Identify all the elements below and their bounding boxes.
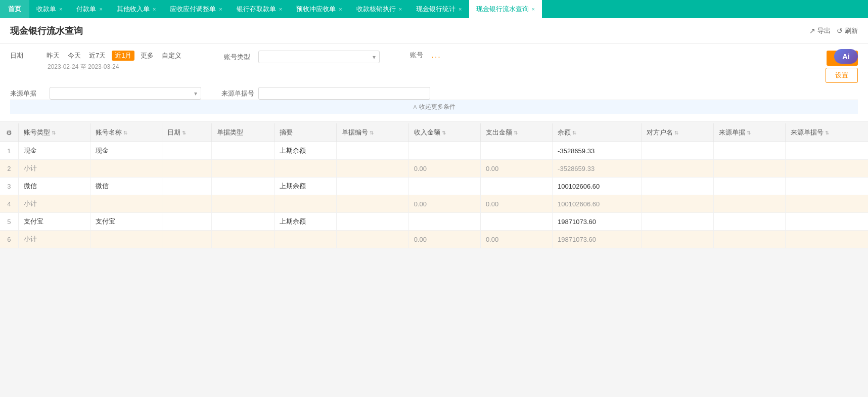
export-button[interactable]: ↗ 导出 bbox=[809, 26, 831, 35]
row-date bbox=[162, 231, 211, 248]
ai-assistant-badge[interactable]: Ai bbox=[834, 49, 858, 64]
col-settings[interactable]: ⚙ bbox=[0, 123, 18, 142]
date-option-more[interactable]: 更多 bbox=[139, 51, 156, 61]
col-counterparty[interactable]: 对方户名⇅ bbox=[642, 123, 713, 142]
close-icon[interactable]: × bbox=[339, 6, 342, 12]
account-more-button[interactable]: ... bbox=[431, 51, 441, 60]
account-type-select[interactable] bbox=[258, 51, 380, 63]
table-row: 5支付宝支付宝上期余额19871073.60 bbox=[0, 213, 868, 231]
col-summary[interactable]: 摘要 bbox=[274, 123, 337, 142]
date-option-today[interactable]: 今天 bbox=[66, 51, 83, 61]
source-doc-select[interactable] bbox=[50, 87, 201, 100]
close-icon[interactable]: × bbox=[59, 6, 62, 12]
row-expense: 0.00 bbox=[480, 160, 552, 178]
row-balance: 19871073.60 bbox=[553, 231, 642, 248]
nav-label-payment: 付款单 bbox=[76, 5, 96, 14]
row-balance: -3528659.33 bbox=[553, 160, 642, 178]
row-date bbox=[162, 178, 211, 195]
row-account-name: 微信 bbox=[90, 178, 162, 195]
nav-item-receipt[interactable]: 收款单 × bbox=[29, 0, 69, 18]
row-doc-type bbox=[212, 195, 275, 213]
nav-item-payment[interactable]: 付款单 × bbox=[69, 0, 109, 18]
row-balance: -3528659.33 bbox=[553, 142, 642, 160]
row-doc-no bbox=[337, 213, 408, 231]
row-account-type: 支付宝 bbox=[18, 213, 90, 231]
row-account-name bbox=[90, 231, 162, 248]
row-summary: 上期余额 bbox=[274, 213, 337, 231]
refresh-label: 刷新 bbox=[845, 26, 858, 35]
row-doc-no bbox=[337, 231, 408, 248]
col-source-doc[interactable]: 来源单据⇅ bbox=[713, 123, 785, 142]
source-doc-filter: 来源单据 ▾ bbox=[10, 87, 201, 100]
nav-item-ar-ap-adj[interactable]: 应收应付调整单 × bbox=[163, 0, 229, 18]
row-expense: 0.00 bbox=[480, 195, 552, 213]
row-summary bbox=[274, 160, 337, 178]
refresh-button[interactable]: ↺ 刷新 bbox=[837, 26, 858, 35]
row-account-type: 现金 bbox=[18, 142, 90, 160]
row-number: 2 bbox=[0, 160, 18, 178]
col-balance[interactable]: 余额⇅ bbox=[553, 123, 642, 142]
row-doc-no bbox=[337, 195, 408, 213]
row-summary: 上期余额 bbox=[274, 178, 337, 195]
row-number: 3 bbox=[0, 178, 18, 195]
col-source-doc-no[interactable]: 来源单据号⇅ bbox=[785, 123, 868, 142]
row-counterparty bbox=[642, 178, 713, 195]
header-actions: ↗ 导出 ↺ 刷新 bbox=[809, 26, 858, 35]
row-doc-no bbox=[337, 142, 408, 160]
nav-item-home[interactable]: 首页 bbox=[0, 0, 29, 18]
row-source-doc bbox=[713, 178, 785, 195]
col-date[interactable]: 日期⇅ bbox=[162, 123, 211, 142]
col-doc-type[interactable]: 单据类型 bbox=[212, 123, 275, 142]
collapse-bar[interactable]: ∧ 收起更多条件 bbox=[10, 100, 858, 114]
nav-label-cash-bank-flow: 现金银行流水查询 bbox=[476, 5, 529, 14]
nav-item-prepay-offset[interactable]: 预收冲应收单 × bbox=[289, 0, 349, 18]
row-source-doc bbox=[713, 231, 785, 248]
page-header: 现金银行流水查询 ↗ 导出 ↺ 刷新 bbox=[0, 18, 868, 43]
row-income: 0.00 bbox=[408, 231, 480, 248]
date-option-yesterday[interactable]: 昨天 bbox=[44, 51, 62, 61]
nav-item-cash-bank-stat[interactable]: 现金银行统计 × bbox=[409, 0, 469, 18]
row-account-type: 小计 bbox=[18, 231, 90, 248]
row-doc-type bbox=[212, 160, 275, 178]
row-income bbox=[408, 178, 480, 195]
row-income: 0.00 bbox=[408, 160, 480, 178]
close-icon[interactable]: × bbox=[99, 6, 102, 12]
close-icon[interactable]: × bbox=[153, 6, 156, 12]
row-account-name bbox=[90, 195, 162, 213]
nav-item-other-income[interactable]: 其他收入单 × bbox=[110, 0, 163, 18]
date-option-custom[interactable]: 自定义 bbox=[160, 51, 184, 61]
row-expense bbox=[480, 142, 552, 160]
row-account-name: 现金 bbox=[90, 142, 162, 160]
date-option-1month[interactable]: 近1月 bbox=[112, 51, 134, 61]
nav-item-receipt-verify[interactable]: 收款核销执行 × bbox=[349, 0, 409, 18]
close-icon[interactable]: × bbox=[219, 6, 222, 12]
row-expense bbox=[480, 178, 552, 195]
close-icon[interactable]: × bbox=[459, 6, 462, 12]
col-account-type[interactable]: 账号类型⇅ bbox=[18, 123, 90, 142]
col-account-name[interactable]: 账号名称⇅ bbox=[90, 123, 162, 142]
account-type-select-wrapper: ▾ bbox=[258, 51, 380, 63]
row-account-name bbox=[90, 160, 162, 178]
col-doc-no[interactable]: 单据编号⇅ bbox=[337, 123, 408, 142]
nav-item-bank-deposit[interactable]: 银行存取款单 × bbox=[230, 0, 289, 18]
close-icon[interactable]: × bbox=[532, 6, 535, 12]
close-icon[interactable]: × bbox=[279, 6, 282, 12]
row-date bbox=[162, 142, 211, 160]
close-icon[interactable]: × bbox=[399, 6, 402, 12]
row-date bbox=[162, 195, 211, 213]
col-income[interactable]: 收入金额⇅ bbox=[408, 123, 480, 142]
date-option-7days[interactable]: 近7天 bbox=[87, 51, 108, 61]
table-row: 3微信微信上期余额100102606.60 bbox=[0, 178, 868, 195]
row-source-doc-no bbox=[785, 195, 868, 213]
nav-item-cash-bank-flow[interactable]: 现金银行流水查询 × bbox=[469, 0, 542, 18]
top-nav: 首页 收款单 × 付款单 × 其他收入单 × 应收应付调整单 × 银行存取款单 … bbox=[0, 0, 868, 18]
account-type-label: 账号类型 bbox=[224, 53, 250, 62]
col-expense[interactable]: 支出金额⇅ bbox=[480, 123, 552, 142]
page-title: 现金银行流水查询 bbox=[10, 25, 83, 37]
row-account-name: 支付宝 bbox=[90, 213, 162, 231]
row-source-doc-no bbox=[785, 160, 868, 178]
source-doc-no-input[interactable] bbox=[258, 87, 430, 100]
settings-button[interactable]: 设置 bbox=[826, 68, 858, 83]
row-number: 6 bbox=[0, 231, 18, 248]
refresh-icon: ↺ bbox=[837, 27, 843, 35]
